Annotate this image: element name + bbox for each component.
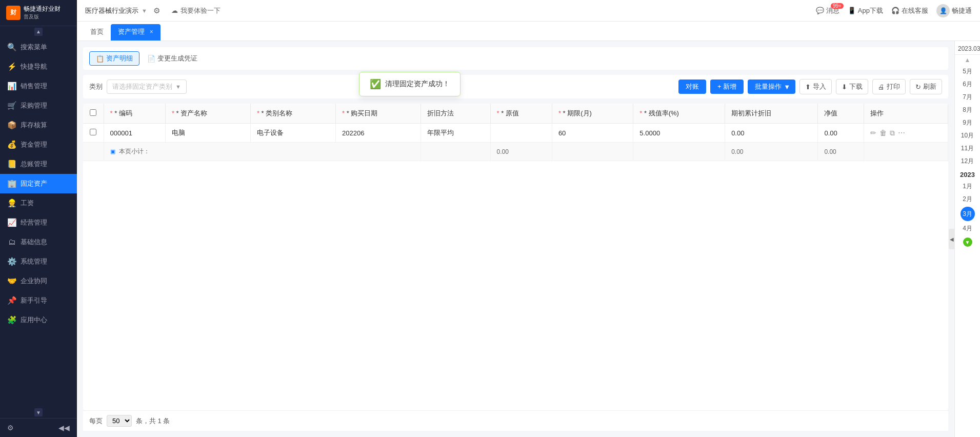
toolbar: 类别 请选择固定资产类别 ▼ 对账 + 新增 批量操作 ▼ [83,75,948,98]
user-label: 畅捷通 [952,6,972,15]
header-original-value: * 原值 [490,104,552,124]
sidebar-item-system[interactable]: ⚙️ 系统管理 [0,252,77,271]
month-12[interactable]: 12月 [955,155,980,168]
purchase-icon: 🛒 [7,101,16,110]
toolbar-right: 对账 + 新增 批量操作 ▼ ⬆ 导入 ⬇ 下载 [678,79,942,94]
sidebar-item-label: 新手引导 [21,296,47,305]
header-category: * 类别名称 [250,104,335,124]
delete-icon[interactable]: 🗑 [879,129,887,137]
tab-bar: 首页 资产管理 × [77,22,980,41]
more-icon[interactable]: ⋯ [898,129,905,137]
topbar: 医疗器械行业演示 ▼ ⚙ ☁ 我要体验一下 💬 消息 99+ 📱 App下载 🎧… [77,0,980,22]
month-6[interactable]: 6月 [955,78,980,91]
tab-asset-management[interactable]: 资产管理 × [111,24,161,41]
new-button[interactable]: + 新增 [710,80,744,94]
month-7[interactable]: 7月 [955,91,980,104]
reconcile-button[interactable]: 对账 [678,80,706,94]
app-download-btn[interactable]: 📱 App下载 [848,6,883,15]
action-buttons: ✏ 🗑 ⧉ ⋯ [870,129,942,137]
collapse-icon[interactable]: ◀◀ [58,424,70,432]
sidebar-item-quick-nav[interactable]: ⚡ 快捷导航 [0,57,77,76]
download-button[interactable]: ⬇ 下载 [836,79,868,94]
sidebar-item-label: 库存核算 [21,121,47,130]
sidebar-item-search[interactable]: 🔍 搜索菜单 [0,37,77,57]
header-checkbox-cell [83,104,104,124]
sub-tab-change-voucher-label: 变更生成凭证 [157,54,197,63]
per-page-select[interactable]: 50 [107,415,132,427]
sidebar-item-enterprise[interactable]: 🤝 企业协同 [0,271,77,291]
experience-btn[interactable]: ☁ 我要体验一下 [171,6,221,15]
online-service-btn[interactable]: 🎧 在线客服 [891,6,928,15]
download-icon: 📱 [848,7,856,14]
settings-icon[interactable]: ⚙ [7,424,14,432]
sidebar-item-fixed-assets[interactable]: 🏢 固定资产 [0,174,77,193]
sidebar-item-purchase[interactable]: 🛒 采购管理 [0,96,77,115]
company-selector[interactable]: 医疗器械行业演示 ▼ [85,6,147,15]
month-1[interactable]: 1月 [955,180,980,193]
month-5[interactable]: 5月 [955,65,980,78]
sidebar-item-management[interactable]: 📈 经营管理 [0,213,77,232]
month-11[interactable]: 11月 [955,142,980,155]
sidebar-bottom: ⚙ ◀◀ [0,418,77,437]
edit-icon[interactable]: ✏ [870,129,876,137]
payroll-icon: 👷 [7,198,16,208]
batch-arrow-icon: ▼ [784,83,790,91]
right-panel: ◀ 2023.03 ▲ 5月 6月 7月 8月 9月 10月 11月 12月 2… [954,41,980,437]
reconcile-label: 对账 [686,82,699,91]
sidebar-item-ledger[interactable]: 📒 总账管理 [0,154,77,174]
copy-icon[interactable]: ⧉ [890,129,895,137]
row-checkbox[interactable] [90,129,96,135]
sidebar-item-inventory[interactable]: 📦 库存核算 [0,115,77,135]
month-2[interactable]: 2月 [955,193,980,206]
batch-label: 批量操作 [755,82,782,91]
subtotal-residual [633,143,725,161]
sidebar-item-guide[interactable]: 📌 新手引导 [0,291,77,310]
tab-close-icon[interactable]: × [150,28,153,35]
row-period: 60 [552,124,633,143]
messages-btn[interactable]: 💬 消息 99+ [816,6,839,15]
sidebar-scroll-up[interactable]: ▲ [34,28,43,36]
per-page-label: 每页 [89,416,103,426]
sidebar-item-label: 销售管理 [21,82,47,91]
tab-home[interactable]: 首页 [85,24,109,41]
new-label: + 新增 [717,82,736,91]
sub-tab-change-voucher[interactable]: 📄 变更生成凭证 [141,51,204,66]
sidebar-item-app-center[interactable]: 🧩 应用中心 [0,310,77,330]
app-logo-icon: 财 [6,6,21,20]
month-8[interactable]: 8月 [955,104,980,116]
subtotal-period [552,143,633,161]
batch-button[interactable]: 批量操作 ▼ [748,80,795,94]
user-menu[interactable]: 👤 畅捷通 [936,4,972,17]
sidebar-item-sales[interactable]: 📊 销售管理 [0,76,77,96]
month-9[interactable]: 9月 [955,116,980,129]
month-4[interactable]: 4月 [955,222,980,235]
sidebar-item-label: 应用中心 [21,315,47,325]
company-name: 医疗器械行业演示 [85,6,138,15]
subtotal-icon: ▣ [110,148,115,154]
select-all-checkbox[interactable] [90,109,96,116]
sub-tab-asset-detail[interactable]: 📋 资产明细 [89,51,139,66]
row-action-cell: ✏ 🗑 ⧉ ⋯ [864,124,948,143]
sidebar-item-basic-info[interactable]: 🗂 基础信息 [0,232,77,252]
category-select[interactable]: 请选择固定资产类别 ▼ [107,80,187,94]
enterprise-icon: 🤝 [7,276,16,286]
month-scroll-up[interactable]: ▲ [955,55,980,65]
sidebar-item-funds[interactable]: 💰 资金管理 [0,135,77,154]
basic-info-icon: 🗂 [7,237,16,246]
messages-badge: 99+ [831,3,844,9]
sub-tab-asset-detail-label: 资产明细 [106,54,133,63]
sidebar-item-payroll[interactable]: 👷 工资 [0,193,77,213]
row-code: 000001 [104,124,165,143]
refresh-button[interactable]: ↻ 刷新 [910,79,942,94]
topbar-gear-icon[interactable]: ⚙ [153,6,160,15]
company-arrow-icon: ▼ [142,8,147,14]
month-3-current[interactable]: 3月 [961,207,975,221]
import-button[interactable]: ⬆ 导入 [799,79,832,94]
main-area: 医疗器械行业演示 ▼ ⚙ ☁ 我要体验一下 💬 消息 99+ 📱 App下载 🎧… [77,0,980,437]
sidebar-scroll-down[interactable]: ▼ [34,408,43,416]
month-10[interactable]: 10月 [955,129,980,142]
print-button[interactable]: 🖨 打印 [872,79,906,94]
right-panel-toggle[interactable]: ◀ [949,229,955,249]
content-main: 📋 资产明细 📄 变更生成凭证 类别 请选择固定资产类别 ▼ [77,41,954,437]
month-scroll-down[interactable]: ▼ [955,235,980,249]
